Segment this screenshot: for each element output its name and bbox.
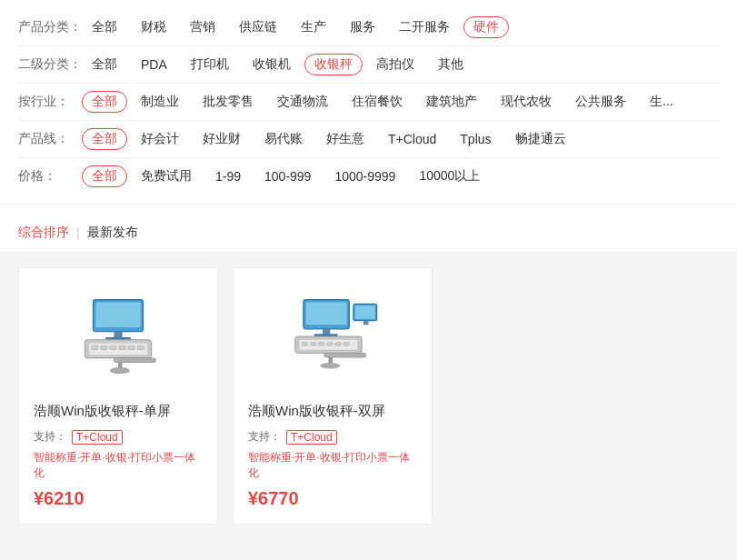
filter-items-product-line: 全部 好会计 好业财 易代账 好生意 T+Cloud Tplus 畅捷通云 <box>82 128 576 150</box>
filter-row-product-category: 产品分类： 全部 财税 营销 供应链 生产 服务 二开服务 硬件 <box>18 9 719 46</box>
filter-item-dayinji[interactable]: 打印机 <box>181 54 239 75</box>
svg-rect-6 <box>114 358 155 363</box>
svg-rect-30 <box>327 343 333 346</box>
svg-rect-32 <box>344 343 349 346</box>
svg-rect-20 <box>355 305 375 319</box>
filter-item-erkaifuwu[interactable]: 二开服务 <box>389 16 460 38</box>
filter-item-yidaizhang[interactable]: 易代账 <box>254 128 313 150</box>
product-price-1: ¥6210 <box>34 488 203 509</box>
filter-item-price-quanbu[interactable]: 全部 <box>82 165 127 187</box>
product-desc-2: 智能称重·开单·收银·打印小票一体化 <box>248 450 417 481</box>
filter-label-product-category: 产品分类： <box>18 19 82 35</box>
filter-item-shouyinji[interactable]: 收银机 <box>243 54 301 75</box>
filter-items-industry: 全部 制造业 批发零售 交通物流 住宿餐饮 建筑地产 现代农牧 公共服务 生..… <box>82 91 683 113</box>
filter-item-price-100-999[interactable]: 100-999 <box>254 166 321 186</box>
svg-rect-2 <box>114 332 122 338</box>
svg-rect-29 <box>318 343 324 346</box>
filter-item-gonggongfuwu[interactable]: 公共服务 <box>565 91 636 113</box>
product-name-1: 浩顺Win版收银秤-单屏 <box>34 403 203 420</box>
filter-item-tplus[interactable]: Tplus <box>450 129 501 149</box>
svg-rect-10 <box>101 345 107 350</box>
product-image-2 <box>248 283 417 392</box>
svg-rect-12 <box>119 345 125 350</box>
product-support-label-1: 支持： <box>34 429 66 445</box>
filter-item-haoyecai[interactable]: 好业财 <box>193 128 251 150</box>
filter-item-xiandainongmu[interactable]: 现代农牧 <box>491 91 562 113</box>
filter-item-price-free[interactable]: 免费试用 <box>131 165 202 187</box>
filter-item-shouyincheng[interactable]: 收银秤 <box>304 54 363 75</box>
sort-latest[interactable]: 最新发布 <box>87 221 138 245</box>
filter-row-sub-category: 二级分类： 全部 PDA 打印机 收银机 收银秤 高拍仪 其他 <box>18 46 719 84</box>
filter-section: 产品分类： 全部 财税 营销 供应链 生产 服务 二开服务 硬件 二级分类： 全… <box>0 0 737 205</box>
sort-divider: | <box>76 225 80 240</box>
filter-label-price: 价格： <box>18 168 82 185</box>
svg-rect-31 <box>335 343 341 346</box>
filter-item-yingxiao[interactable]: 营销 <box>180 16 225 38</box>
filter-item-line-quanbu[interactable]: 全部 <box>82 128 127 150</box>
filter-item-yingjian[interactable]: 硬件 <box>463 16 509 38</box>
svg-rect-14 <box>137 345 144 350</box>
filter-item-pda[interactable]: PDA <box>131 55 177 75</box>
svg-rect-27 <box>302 343 307 346</box>
filter-item-price-10000plus[interactable]: 10000以上 <box>409 165 490 187</box>
filter-item-haoshengyi[interactable]: 好生意 <box>316 128 374 150</box>
product-badge-2: T+Cloud <box>286 430 337 445</box>
svg-rect-28 <box>310 343 315 346</box>
product-support-2: 支持： T+Cloud <box>248 429 417 445</box>
filter-item-zhusucanting[interactable]: 住宿餐饮 <box>342 91 413 113</box>
filter-item-pifazoujie[interactable]: 批发零售 <box>193 91 264 113</box>
filter-items-product-category: 全部 财税 营销 供应链 生产 服务 二开服务 硬件 <box>82 16 509 38</box>
svg-point-8 <box>110 367 130 374</box>
filter-label-sub-category: 二级分类： <box>18 56 82 73</box>
filter-item-gongyinglian[interactable]: 供应链 <box>229 16 287 38</box>
svg-rect-9 <box>92 345 98 350</box>
product-card-1[interactable]: 浩顺Win版收银秤-单屏 支持： T+Cloud 智能称重·开单·收银·打印小票… <box>18 267 218 525</box>
sort-comprehensive[interactable]: 综合排序 <box>18 221 69 245</box>
product-badge-1: T+Cloud <box>72 430 123 445</box>
filter-row-price: 价格： 全部 免费试用 1-99 100-999 1000-9999 10000… <box>18 158 719 195</box>
product-price-2: ¥6770 <box>248 488 417 509</box>
filter-item-zhizaoye[interactable]: 制造业 <box>131 91 189 113</box>
filter-items-price: 全部 免费试用 1-99 100-999 1000-9999 10000以上 <box>82 165 490 187</box>
filter-item-tcloud[interactable]: T+Cloud <box>378 129 446 149</box>
product-support-label-2: 支持： <box>248 429 281 445</box>
filter-row-product-line: 产品线： 全部 好会计 好业财 易代账 好生意 T+Cloud Tplus 畅捷… <box>18 121 719 158</box>
svg-rect-17 <box>323 329 330 335</box>
filter-item-haokuaiji[interactable]: 好会计 <box>131 128 189 150</box>
product-card-2[interactable]: 浩顺Win版收银秤-双屏 支持： T+Cloud 智能称重·开单·收银·打印小票… <box>233 267 433 525</box>
svg-rect-11 <box>110 345 116 350</box>
svg-rect-24 <box>324 353 366 357</box>
filter-item-caishui[interactable]: 财税 <box>131 16 176 38</box>
filter-item-sheng[interactable]: 生... <box>640 91 683 113</box>
svg-point-26 <box>320 363 340 368</box>
filter-item-quanbu[interactable]: 全部 <box>82 16 127 38</box>
filter-item-qita[interactable]: 其他 <box>428 54 473 75</box>
filter-items-sub-category: 全部 PDA 打印机 收银机 收银秤 高拍仪 其他 <box>82 54 473 75</box>
product-name-2: 浩顺Win版收银秤-双屏 <box>248 403 417 420</box>
filter-item-jianzhudichang[interactable]: 建筑地产 <box>416 91 487 113</box>
svg-rect-21 <box>364 321 369 325</box>
filter-item-price-1-99[interactable]: 1-99 <box>205 166 251 186</box>
product-desc-1: 智能称重·开单·收银·打印小票一体化 <box>34 450 203 481</box>
filter-item-changjietongyun[interactable]: 畅捷通云 <box>505 128 576 150</box>
product-support-1: 支持： T+Cloud <box>34 429 203 445</box>
sort-bar: 综合排序 | 最新发布 <box>0 214 737 253</box>
filter-row-industry: 按行业： 全部 制造业 批发零售 交通物流 住宿餐饮 建筑地产 现代农牧 公共服… <box>18 84 719 121</box>
svg-rect-1 <box>95 303 141 328</box>
filter-item-gaopayi[interactable]: 高拍仪 <box>366 54 424 75</box>
filter-item-ind-quanbu[interactable]: 全部 <box>82 91 127 113</box>
filter-item-sub-quanbu[interactable]: 全部 <box>82 54 127 75</box>
svg-rect-13 <box>128 345 134 350</box>
svg-rect-16 <box>306 303 347 325</box>
product-image-1 <box>34 283 203 392</box>
products-area: 浩顺Win版收银秤-单屏 支持： T+Cloud 智能称重·开单·收银·打印小票… <box>0 253 737 539</box>
filter-item-price-1000-9999[interactable]: 1000-9999 <box>324 166 405 186</box>
filter-item-jiaotongwuliu[interactable]: 交通物流 <box>267 91 338 113</box>
filter-item-shengchan[interactable]: 生产 <box>291 16 336 38</box>
filter-label-product-line: 产品线： <box>18 131 82 147</box>
filter-item-fuwu[interactable]: 服务 <box>340 16 385 38</box>
filter-label-industry: 按行业： <box>18 94 82 110</box>
